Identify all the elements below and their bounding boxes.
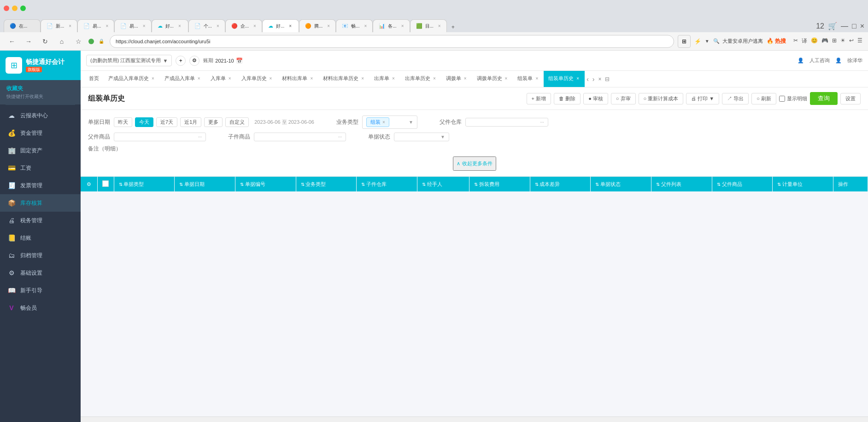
business-type-tag-close[interactable]: × — [382, 120, 385, 125]
th-doc-status[interactable]: 单据状态 — [591, 177, 651, 191]
browser-tab-7[interactable]: 🔴企...× — [225, 19, 262, 32]
browser-tab-4[interactable]: 📄易...× — [114, 19, 151, 32]
sun-tool[interactable]: ☀ — [840, 37, 845, 45]
child-goods-input[interactable]: ··· — [254, 133, 346, 141]
sidebar-item-member[interactable]: V 畅会员 — [0, 299, 81, 317]
business-type-select[interactable]: 组装 × ▼ — [362, 116, 417, 129]
qr-button[interactable]: ⊞ — [678, 35, 691, 48]
recalculate-button[interactable]: ○ 重新计算成本 — [639, 93, 684, 104]
th-unit[interactable]: 计量单位 — [773, 177, 833, 191]
parent-warehouse-more[interactable]: ··· — [540, 120, 544, 125]
company-selector[interactable]: (勿删勿禁用) 江西服宝测试专用 ▼ — [86, 55, 172, 66]
abandon-button[interactable]: ○ 弃审 — [611, 93, 636, 104]
sidebar-item-cloud-report[interactable]: ☁ 云报表中心 — [0, 107, 81, 124]
tab-in-history[interactable]: 入库单历史 × — [237, 71, 278, 87]
date-more[interactable]: 更多 — [204, 117, 223, 127]
browser-tab-3[interactable]: 📄易...× — [77, 19, 114, 32]
lightning-button[interactable]: ⚡ — [694, 38, 701, 45]
browser-tab-2[interactable]: 📄新...× — [41, 19, 77, 32]
browser-tab-9[interactable]: 🟠腾...× — [299, 19, 336, 32]
add-button[interactable]: + 新增 — [527, 93, 551, 104]
tab-in[interactable]: 入库单 × — [206, 71, 237, 87]
doc-status-dropdown[interactable]: ▼ — [440, 134, 445, 139]
tab-out-history[interactable]: 出库单历史 × — [400, 71, 441, 87]
scissors-tool[interactable]: ✂ — [793, 37, 798, 45]
settings-company-button[interactable]: ⚙ — [189, 56, 199, 66]
tab-material-out-history-close[interactable]: × — [360, 76, 365, 81]
forward-button[interactable]: → — [22, 35, 35, 48]
tab-in-close[interactable]: × — [228, 76, 232, 81]
tab-transfer[interactable]: 调拨单 × — [441, 71, 472, 87]
tab-product-in-history-close[interactable]: × — [151, 76, 155, 81]
dropdown-button[interactable]: ▼ — [705, 39, 710, 44]
collapse-button[interactable]: ∧ 收起更多条件 — [453, 156, 496, 171]
bottom-scrollbar[interactable] — [81, 416, 868, 422]
th-parent-list[interactable]: 父件列表 — [651, 177, 712, 191]
tab-assembly-history-close[interactable]: × — [575, 76, 580, 81]
th-doc-no[interactable]: 单据编号 — [235, 177, 296, 191]
browser-tab-1[interactable]: 🔵在... — [4, 19, 41, 32]
tab-transfer-close[interactable]: × — [463, 76, 468, 81]
audit-button[interactable]: ● 审核 — [583, 93, 608, 104]
business-type-dropdown[interactable]: ▼ — [409, 120, 413, 125]
tab-material-out-history[interactable]: 材料出库单历史 × — [318, 71, 369, 87]
game-tool[interactable]: 🎮 — [821, 37, 828, 45]
tab-transfer-history-close[interactable]: × — [504, 76, 509, 81]
th-handler[interactable]: 经手人 — [417, 177, 469, 191]
browser-tab-11[interactable]: 📊各...× — [373, 19, 410, 32]
th-doc-type[interactable]: 单据类型 — [114, 177, 175, 191]
tab-assembly-history[interactable]: 组装单历史 × — [544, 71, 585, 87]
browser-tab-10[interactable]: 📧畅...× — [336, 19, 373, 32]
sidebar-item-account[interactable]: 📒 结账 — [0, 229, 81, 247]
refresh-button[interactable]: ○ 刷新 — [751, 93, 776, 104]
export-button[interactable]: ↗ 导出 — [722, 93, 749, 104]
th-biz-type[interactable]: 业务类型 — [296, 177, 357, 191]
date-yesterday[interactable]: 昨天 — [114, 117, 132, 127]
sidebar-item-archive[interactable]: 🗂 归档管理 — [0, 247, 81, 264]
display-detail-input[interactable] — [779, 96, 785, 102]
print-button[interactable]: 🖨 打印 ▼ — [686, 93, 719, 104]
sidebar-item-invoice[interactable]: 🧾 发票管理 — [0, 177, 81, 194]
th-doc-date[interactable]: 单据日期 — [175, 177, 235, 191]
tab-product-in[interactable]: 产成品入库单 × — [160, 71, 206, 87]
delete-button[interactable]: 🗑 删除 — [554, 93, 581, 104]
sidebar-item-asset[interactable]: 🏢 固定资产 — [0, 142, 81, 159]
reload-button[interactable]: ↻ — [39, 35, 52, 48]
add-company-button[interactable]: + — [176, 56, 186, 66]
grid-tool[interactable]: ⊞ — [832, 37, 837, 45]
tab-right-btn[interactable]: › — [591, 75, 597, 83]
tab-out-close[interactable]: × — [391, 76, 396, 81]
tab-options-btn[interactable]: ⊟ — [603, 76, 611, 82]
tab-assembly-close[interactable]: × — [534, 76, 539, 81]
display-detail-checkbox[interactable]: 显示明细 — [779, 95, 807, 102]
service-label[interactable]: 人工咨询 — [809, 57, 830, 64]
browser-tab-6[interactable]: 📄个...× — [188, 19, 225, 32]
sidebar-item-fund[interactable]: 💰 资金管理 — [0, 124, 81, 142]
tab-transfer-history[interactable]: 调拨单历史 × — [472, 71, 513, 87]
header-checkbox[interactable] — [102, 180, 109, 187]
translate-tool[interactable]: 译 — [802, 37, 807, 45]
date-custom[interactable]: 自定义 — [225, 117, 249, 127]
period-selector[interactable]: 账期 2021-10 📅 — [203, 57, 242, 64]
parent-warehouse-input[interactable]: ··· — [465, 118, 548, 127]
search-button[interactable]: 查询 — [810, 92, 838, 105]
back-button[interactable]: ← — [6, 35, 18, 48]
th-check[interactable] — [97, 177, 114, 191]
browser-tab-5[interactable]: ☁好...× — [152, 19, 188, 32]
tab-left-btn[interactable]: ‹ — [585, 75, 591, 83]
sidebar-item-inventory[interactable]: 📦 库存核算 — [0, 194, 81, 212]
tab-product-in-history[interactable]: 产成品入库单历史 × — [104, 71, 160, 87]
sidebar-item-tax[interactable]: 🖨 税务管理 — [0, 212, 81, 229]
sidebar-item-guide[interactable]: 📖 新手引导 — [0, 282, 81, 299]
tab-material-out[interactable]: 材料出库单 × — [277, 71, 318, 87]
menu-tool[interactable]: ☰ — [857, 37, 862, 45]
parent-goods-more[interactable]: ··· — [198, 134, 202, 139]
tab-assembly[interactable]: 组装单 × — [513, 71, 544, 87]
tab-out-history-close[interactable]: × — [432, 76, 437, 81]
address-bar[interactable] — [110, 35, 674, 48]
sidebar-favorites[interactable]: 收藏夹 快捷键打开收藏夹 — [0, 80, 81, 104]
browser-tab-8[interactable]: ☁好...× — [262, 19, 299, 32]
search-settings-button[interactable]: 设置 — [840, 93, 861, 104]
th-parent-goods[interactable]: 父件商品 — [712, 177, 773, 191]
doc-status-select[interactable]: ▼ — [394, 133, 449, 141]
